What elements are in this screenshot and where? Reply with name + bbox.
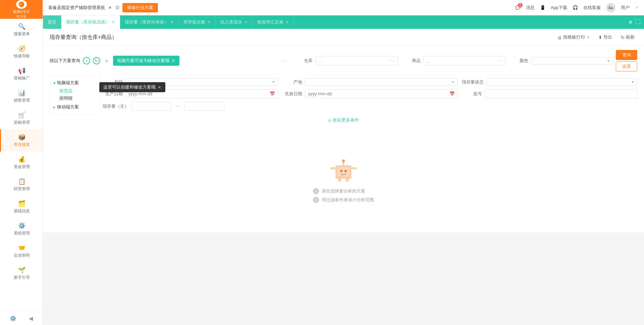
color-select[interactable]: ▼ [531, 57, 613, 65]
sidebar-item-guide[interactable]: 🌱 新手引导 [0, 262, 43, 284]
search-button[interactable]: 查询 [616, 50, 637, 60]
stock-status-caret: ▼ [631, 80, 634, 84]
tab-inventory-status[interactable]: 现存量（库存状况表） ✕ [61, 15, 120, 29]
message-count: 6 [518, 3, 523, 7]
tab-inout[interactable]: 出入库流水 ✕ [216, 15, 253, 29]
search-icon: 🔍 [18, 23, 25, 30]
tab-inventory-status-close[interactable]: ✕ [112, 20, 115, 24]
print-template-btn[interactable]: 🖨 按模板打印 ▼ [555, 33, 592, 42]
sidebar-item-assets[interactable]: 💰 资金管理 [0, 152, 43, 174]
batch-input[interactable] [485, 89, 637, 98]
color-label: 颜色 [508, 58, 528, 64]
scheme-mobile-group[interactable]: ▸ 移动端方案 [50, 102, 100, 112]
collapse-row[interactable]: ∧ 收起更多条件 [50, 115, 637, 126]
message-badge-wrap[interactable]: 💬 6 [515, 5, 521, 10]
user-name[interactable]: 用户 [621, 5, 630, 11]
sidebar-item-label: 基础信息 [14, 208, 30, 214]
warehouse-label: 仓库 [292, 58, 313, 64]
expiry-date-input[interactable] [308, 91, 448, 96]
stock-status-label: 现存量状态 [462, 79, 484, 85]
page-section: 现存量查询（按仓库+商品） 🖨 按模板打印 ▼ ⬆ 导出 ↻ 刷新 [43, 29, 644, 232]
sidebar-item-label: 营销推广 [14, 75, 30, 81]
setting-button[interactable]: 设置 [616, 61, 637, 71]
svg-point-7 [345, 170, 346, 172]
sidebar: 6 畅通好生意 标准版 🔍 搜索菜单 🧭 快捷导航 📢 营销推广 📊 销售管理 … [0, 0, 43, 325]
scheme-item-detail[interactable]: 按明细 [50, 95, 100, 102]
stock-main-to-input[interactable] [184, 102, 224, 111]
phone-icon: 📱 [540, 5, 545, 10]
prod-date-calendar-icon[interactable]: 📅 [270, 91, 275, 96]
tab-close-all-icon[interactable]: ✕ [628, 19, 633, 25]
origin-select[interactable]: ▼ [305, 78, 458, 86]
tab-expand-icon[interactable]: ⛶ [635, 19, 641, 25]
filter-arrow-button[interactable]: « [103, 57, 110, 64]
tab-inout-close[interactable]: ✕ [244, 20, 248, 24]
filter-more-dots[interactable]: ··· [282, 58, 287, 63]
tab-collect[interactable]: 收发存汇总表 ✕ [253, 15, 294, 29]
tab-inventory-dist-close[interactable]: ✕ [170, 20, 174, 24]
guide-icon: 🌱 [18, 266, 25, 274]
step-1-text: 请先选择要分析的方案 [322, 188, 365, 194]
scheme-mobile-chevron: ▸ [53, 105, 56, 110]
tab-batch[interactable]: 库存批次账 ✕ [179, 15, 216, 29]
svg-rect-11 [352, 167, 357, 169]
expiry-date-input-wrap[interactable]: 📅 [305, 89, 458, 98]
marketing-icon: 📢 [18, 67, 25, 74]
app-download-label[interactable]: App下载 [551, 5, 567, 11]
stock-main-from-input[interactable] [131, 102, 172, 111]
goods-select[interactable]: ... ··· [423, 56, 505, 65]
sidebar-item-marketing[interactable]: 📢 营销推广 [0, 63, 43, 85]
edit-tooltip-close[interactable]: ✕ [158, 85, 161, 90]
edit-tooltip-text: 这里可以创建和修改方案哦 [103, 84, 156, 90]
sidebar-collapse-icon[interactable]: ◀ [29, 315, 33, 322]
refresh-btn[interactable]: ↻ 刷新 [618, 33, 637, 42]
export-label: 导出 [603, 34, 612, 40]
warehouse-select[interactable]: ... ··· [315, 56, 397, 65]
tab-batch-label: 库存批次账 [183, 19, 205, 25]
batch-label: 批号 [462, 91, 482, 97]
tab-inventory-dist-label: 现存量（库存分布表） [125, 19, 168, 25]
stock-main-label: 现存量（主） [103, 103, 129, 109]
inventory-icon: 📦 [18, 133, 25, 141]
sidebar-item-purchase[interactable]: 🛒 采购管理 [0, 107, 43, 129]
goods-field: 商品 ... ··· [400, 56, 505, 65]
sidebar-item-search[interactable]: 🔍 搜索菜单 [0, 19, 43, 41]
sidebar-item-ops[interactable]: 📋 经营管理 [0, 174, 43, 196]
sidebar-item-system[interactable]: ⚙️ 系统管理 [0, 218, 43, 240]
filter-refresh-button[interactable]: ↻ [93, 57, 100, 64]
avatar: Ea [606, 3, 615, 12]
tab-batch-close[interactable]: ✕ [207, 20, 211, 24]
origin-caret: ▼ [451, 80, 455, 84]
svg-point-6 [341, 170, 342, 172]
scheme-desktop-group[interactable]: ▾ 电脑端方案 [50, 78, 100, 87]
sidebar-item-sales[interactable]: 📊 销售管理 [0, 85, 43, 107]
batch-field: 批号 [462, 89, 637, 98]
sidebar-settings-icon[interactable]: ⚙️ [10, 315, 16, 322]
export-btn[interactable]: ⬆ 导出 [596, 33, 615, 42]
expiry-date-calendar-icon[interactable]: 📅 [449, 91, 455, 96]
scheme-desktop-label: 电脑端方案 [57, 80, 79, 86]
tab-collect-close[interactable]: ✕ [285, 20, 289, 24]
header-settings-icon[interactable]: ⚙ [115, 4, 120, 11]
print-icon: 🖨 [557, 35, 562, 40]
scheme-tooltip-close[interactable]: ✕ [171, 58, 175, 63]
experience-button[interactable]: 体验行业方案 [122, 3, 158, 12]
tab-home[interactable]: 首页 [43, 15, 61, 29]
tab-controls: ✕ ⛶ [625, 19, 644, 25]
stock-main-separator: — [176, 104, 180, 109]
sidebar-item-coop[interactable]: 🤝 企业协同 [0, 240, 43, 262]
tab-bar: 首页 现存量（库存状况表） ✕ 现存量（库存分布表） ✕ 库存批次账 ✕ 出入库… [43, 15, 644, 29]
sidebar-item-inventory[interactable]: 📦 库存核算 [0, 129, 43, 152]
sidebar-item-base[interactable]: 🗂️ 基础信息 [0, 196, 43, 218]
page-title: 现存量查询（按仓库+商品） [50, 34, 117, 41]
tab-inventory-dist[interactable]: 现存量（库存分布表） ✕ [120, 15, 179, 29]
filter-add-button[interactable]: + [83, 57, 90, 64]
online-support-label[interactable]: 在线客服 [583, 5, 601, 11]
scheme-item-goods[interactable]: 按货品 [50, 87, 100, 95]
color-field: 颜色 ▼ [508, 57, 613, 65]
sidebar-item-quick[interactable]: 🧭 快捷导航 [0, 41, 43, 63]
sidebar-item-label: 销售管理 [14, 98, 30, 103]
stock-status-select[interactable]: ▼ [486, 78, 637, 86]
stock-status-field: 现存量状态 ▼ [462, 78, 637, 86]
expiry-date-label: 失效日期 [282, 91, 302, 97]
